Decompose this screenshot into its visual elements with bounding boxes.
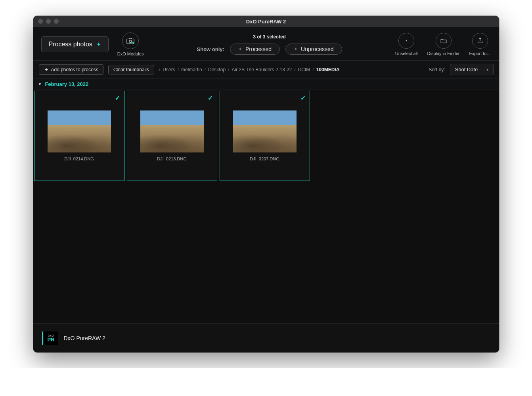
breadcrumb-separator: / [159,67,160,72]
camera-icon [126,36,135,45]
sort-by-label: Sort by: [429,67,445,72]
breadcrumb-separator: / [294,67,295,72]
filter-unprocessed-button[interactable]: ✦ Unprocessed [285,44,342,55]
breadcrumb-segment[interactable]: DCIM [298,67,310,72]
titlebar: DxO PureRAW 2 [33,16,499,27]
breadcrumb-segment[interactable]: 100MEDIA [316,67,340,72]
export-to-button[interactable]: Export to… [469,33,491,56]
zoom-window-button[interactable] [54,19,59,24]
thumbnail[interactable]: ✓DJI_0213.DNG [127,91,217,181]
process-photos-label: Process photos [49,41,92,48]
toolbar-right-actions: Unselect all Display in Finder Export to… [395,33,491,56]
export-icon [477,37,484,44]
thumbnail-filename: DJI_0207.DNG [250,156,279,161]
breadcrumb: /Users/melmartin/Desktop/Air 2S The Boul… [159,67,424,72]
export-to-label: Export to… [469,51,491,56]
breadcrumb-segment[interactable]: Air 2S The Boulders 2-13-22 [232,67,292,72]
main-toolbar: Process photos ✦ DxO Modules 3 of 3 sele… [33,27,499,61]
svg-point-3 [406,40,407,42]
date-group-header: ▼ February 13, 2022 [33,79,499,90]
sort-select[interactable]: Shot Date ▾ [450,64,494,75]
process-photos-button[interactable]: Process photos ✦ [41,36,109,52]
clear-thumbnails-button[interactable]: Clear thumbnails [108,65,154,74]
dxo-modules-label: DxO Modules [117,51,144,56]
chevron-down-icon: ▾ [486,67,488,72]
breadcrumb-separator: / [205,67,206,72]
breadcrumb-separator: / [178,67,179,72]
unselect-all-label: Unselect all [395,51,418,56]
app-window: DxO PureRAW 2 Process photos ✦ DxO Modul… [33,16,499,352]
thumbnail-filename: DJI_0213.DNG [157,156,187,161]
collapse-toggle[interactable]: ▼ [38,82,42,86]
unselect-icon [403,38,410,44]
thumbnail-grid: ✓DJI_0214.DNG✓DJI_0213.DNG✓DJI_0207.DNG [33,90,499,323]
sparkle-icon: ✦ [96,41,101,48]
sort-value: Shot Date [455,67,478,72]
app-name: DxO PureRAW 2 [64,335,105,341]
secondary-toolbar: ＋ Add photos to process Clear thumbnails… [33,61,499,79]
breadcrumb-separator: / [228,67,229,72]
thumbnail-filename: DJI_0214.DNG [64,156,94,161]
thumbnail-image [140,110,204,152]
status-bar: DxO PR DxO PureRAW 2 [33,323,499,352]
thumbnail-image [48,110,111,152]
thumbnail[interactable]: ✓DJI_0214.DNG [34,91,124,181]
thumbnail[interactable]: ✓DJI_0207.DNG [220,91,310,181]
display-in-finder-button[interactable]: Display in Finder [427,33,460,56]
unselect-all-button[interactable]: Unselect all [395,33,418,56]
window-controls [33,19,59,24]
selected-check-icon: ✓ [115,94,120,102]
selection-count: 3 of 3 selected [253,34,286,40]
filter-row: Show only: ✦ Processed ✦ Unprocessed [197,44,342,55]
sparkle-icon: ✦ [294,46,298,52]
minimize-window-button[interactable] [46,19,51,24]
app-logo: DxO PR [42,331,58,345]
sparkle-icon: ✦ [238,46,242,52]
add-photos-button[interactable]: ＋ Add photos to process [39,64,103,75]
plus-icon: ＋ [44,66,49,73]
svg-point-1 [129,40,132,42]
toolbar-center: 3 of 3 selected Show only: ✦ Processed ✦… [144,34,395,55]
filter-processed-label: Processed [245,46,272,52]
selected-check-icon: ✓ [208,94,213,102]
folder-icon [440,37,447,44]
group-date: February 13, 2022 [45,81,88,87]
dxo-modules-button[interactable]: DxO Modules [117,32,144,56]
breadcrumb-segment[interactable]: Users [163,67,175,72]
breadcrumb-segment[interactable]: Desktop [208,67,226,72]
close-window-button[interactable] [38,19,43,24]
clear-thumbnails-label: Clear thumbnails [113,67,149,72]
filter-processed-button[interactable]: ✦ Processed [230,44,280,55]
selected-check-icon: ✓ [300,94,306,102]
breadcrumb-separator: / [312,67,314,72]
show-only-label: Show only: [197,46,224,52]
display-in-finder-label: Display in Finder [427,51,460,56]
add-photos-label: Add photos to process [51,67,98,72]
filter-unprocessed-label: Unprocessed [301,46,334,52]
thumbnail-image [233,110,297,152]
window-title: DxO PureRAW 2 [33,19,499,25]
breadcrumb-segment[interactable]: melmartin [181,67,202,72]
